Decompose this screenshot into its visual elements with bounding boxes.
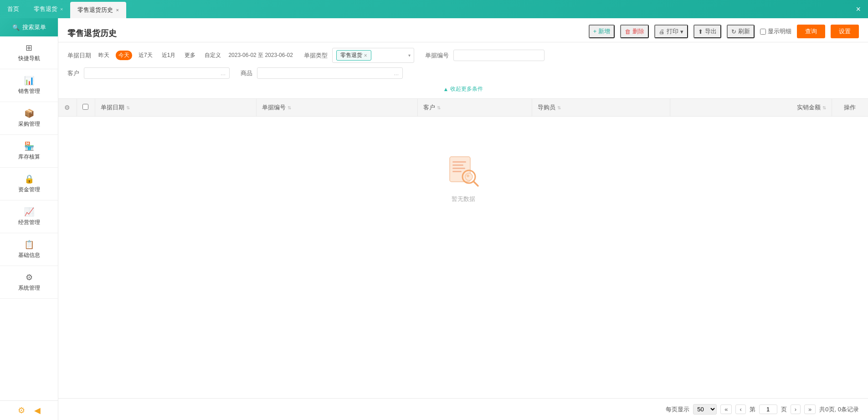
- sidebar-search-label: 搜索菜单: [22, 23, 46, 31]
- th-action: 操作: [832, 99, 868, 117]
- settings-button[interactable]: 设置: [831, 25, 859, 38]
- empty-row: 暂无数据: [58, 117, 868, 240]
- th-date-sort[interactable]: 单据日期 ⇅: [101, 103, 251, 112]
- sales-icon: 📊: [24, 76, 34, 86]
- sidebar-item-finance[interactable]: 🔒 资金管理: [0, 168, 58, 200]
- th-customer-sort[interactable]: 客户 ⇅: [423, 103, 526, 112]
- query-button[interactable]: 查询: [797, 25, 825, 38]
- first-page-button[interactable]: «: [720, 405, 732, 414]
- last-page-button[interactable]: »: [804, 405, 816, 414]
- purchase-icon: 📦: [24, 108, 34, 118]
- sidebar-item-base-info-label: 基础信息: [18, 251, 40, 259]
- sidebar-item-purchase-label: 采购管理: [18, 120, 40, 128]
- delete-icon: 🗑: [625, 28, 631, 35]
- delete-button[interactable]: 🗑 删除: [620, 25, 649, 38]
- sidebar-item-sales-mgmt[interactable]: 📊 销售管理: [0, 69, 58, 102]
- type-tag-close[interactable]: ×: [364, 52, 367, 59]
- type-filter-label: 单据类型: [304, 51, 328, 60]
- filter-area: 单据日期 昨天 今天 近7天 近1月 更多 自定义 2023-06-02 至 2…: [58, 42, 868, 99]
- date-opt-last7[interactable]: 近7天: [136, 51, 155, 60]
- th-amount-sort[interactable]: 实销金额 ⇅: [676, 103, 826, 112]
- tab-home[interactable]: 首页: [0, 0, 26, 18]
- th-amount-label: 实销金额: [797, 103, 821, 112]
- page-number-input[interactable]: [759, 405, 777, 414]
- search-icon: 🔍: [12, 24, 20, 31]
- customer-filter-group: 客户 ...: [67, 67, 230, 79]
- sidebar-item-finance-label: 资金管理: [18, 186, 40, 194]
- tab-retail-return-history-close[interactable]: ×: [116, 7, 118, 13]
- empty-state: 暂无数据: [58, 117, 868, 240]
- print-label: 打印: [667, 27, 678, 36]
- select-all-checkbox[interactable]: [82, 104, 88, 110]
- date-opt-yesterday[interactable]: 昨天: [96, 51, 112, 60]
- type-select-dropdown[interactable]: 零售退货 ×: [332, 48, 414, 63]
- date-opt-custom[interactable]: 自定义: [202, 51, 224, 60]
- th-guide-sort-icon: ⇅: [557, 105, 561, 110]
- base-info-icon: 📋: [24, 240, 34, 250]
- sidebar-nav: ⊞ 快捷导航 📊 销售管理 📦 采购管理 🏪 库存核算 🔒 资金管理 📈: [0, 36, 58, 400]
- next-page-button[interactable]: ›: [791, 405, 801, 414]
- th-guide-sort[interactable]: 导购员 ⇅: [538, 103, 664, 112]
- total-info: 共0页, 0条记录: [819, 405, 859, 414]
- date-opt-last1m[interactable]: 近1月: [159, 51, 179, 60]
- sidebar-item-inventory[interactable]: 🏪 库存核算: [0, 135, 58, 168]
- print-button[interactable]: 🖨 打印 ▾: [654, 25, 688, 38]
- th-number-sort[interactable]: 单据编号 ⇅: [262, 103, 412, 112]
- refresh-button[interactable]: ↻ 刷新: [727, 25, 755, 38]
- new-button[interactable]: + 新增: [589, 25, 615, 38]
- window-close-button[interactable]: ×: [848, 5, 868, 14]
- date-options: 昨天 今天 近7天 近1月 更多 自定义: [96, 51, 224, 60]
- th-guide-label: 导购员: [538, 103, 555, 112]
- export-icon: ⬆: [698, 28, 703, 35]
- number-filter-input[interactable]: [453, 50, 544, 61]
- column-settings-icon[interactable]: ⚙: [64, 104, 70, 111]
- table-header-row: ⚙ 单据日期 ⇅ 单据编号: [58, 99, 868, 117]
- sidebar-item-purchase-mgmt[interactable]: 📦 采购管理: [0, 102, 58, 135]
- system-mgmt-icon: ⚙: [26, 272, 33, 282]
- th-gear: ⚙: [58, 99, 77, 117]
- tab-retail-return-close[interactable]: ×: [60, 6, 63, 12]
- page-header: 零售退货历史 + 新增 🗑 删除 🖨 打印 ▾ ⬆ 导出 ↻: [58, 18, 868, 42]
- sidebar-item-quick-nav-label: 快捷导航: [18, 55, 40, 62]
- sidebar-item-operations[interactable]: 📈 经营管理: [0, 200, 58, 233]
- per-page-select[interactable]: 10 20 50 100: [693, 404, 717, 415]
- collapse-sidebar-icon[interactable]: ◀: [34, 405, 41, 415]
- tab-retail-return-label: 零售退货: [34, 5, 57, 13]
- content-area: 零售退货历史 + 新增 🗑 删除 🖨 打印 ▾ ⬆ 导出 ↻: [58, 18, 868, 420]
- sidebar-item-operations-label: 经营管理: [18, 219, 40, 226]
- prev-page-button[interactable]: ‹: [735, 405, 745, 414]
- per-page-label: 每页显示: [666, 405, 689, 414]
- settings-bottom-icon[interactable]: ⚙: [18, 405, 25, 415]
- tab-retail-return[interactable]: 零售退货 ×: [26, 0, 70, 18]
- main-layout: 🔍 搜索菜单 ⊞ 快捷导航 📊 销售管理 📦 采购管理 🏪 库存核算 🔒: [0, 18, 868, 420]
- sidebar-item-base-info[interactable]: 📋 基础信息: [0, 233, 58, 266]
- pagination: 每页显示 10 20 50 100 « ‹ 第 页 › » 共0页, 0条记录: [58, 398, 868, 420]
- display-detail-checkbox[interactable]: [760, 29, 766, 35]
- export-button[interactable]: ⬆ 导出: [693, 25, 721, 38]
- page-unit-label: 页: [781, 405, 787, 414]
- finance-icon: 🔒: [24, 174, 34, 184]
- type-filter-group: 单据类型 零售退货 × ▾: [304, 48, 414, 63]
- type-select-wrapper: 零售退货 × ▾: [332, 48, 414, 63]
- date-opt-more[interactable]: 更多: [182, 51, 198, 60]
- collapse-up-icon: ▲: [443, 86, 449, 92]
- empty-text: 暂无数据: [452, 195, 475, 203]
- svg-line-7: [473, 181, 478, 186]
- goods-ellipsis: ...: [394, 70, 399, 77]
- svg-rect-1: [452, 161, 466, 163]
- tab-list: 首页 零售退货 × 零售退货历史 ×: [0, 0, 848, 18]
- sidebar-item-quick-nav[interactable]: ⊞ 快捷导航: [0, 36, 58, 69]
- collapse-button[interactable]: ▲ 收起更多条件: [443, 85, 483, 93]
- svg-rect-2: [452, 164, 463, 166]
- sidebar-item-system-mgmt[interactable]: ⚙ 系统管理: [0, 266, 58, 299]
- goods-filter-input[interactable]: ...: [257, 67, 403, 79]
- date-opt-today[interactable]: 今天: [116, 51, 132, 60]
- top-bar: 首页 零售退货 × 零售退货历史 × ×: [0, 0, 868, 18]
- customer-filter-input[interactable]: ...: [84, 67, 230, 79]
- th-customer: 客户 ⇅: [418, 99, 532, 117]
- sidebar-search[interactable]: 🔍 搜索菜单: [0, 18, 58, 36]
- quick-nav-icon: ⊞: [26, 43, 32, 53]
- th-date-label: 单据日期: [101, 103, 124, 112]
- svg-rect-3: [452, 168, 465, 169]
- tab-retail-return-history[interactable]: 零售退货历史 ×: [70, 2, 126, 18]
